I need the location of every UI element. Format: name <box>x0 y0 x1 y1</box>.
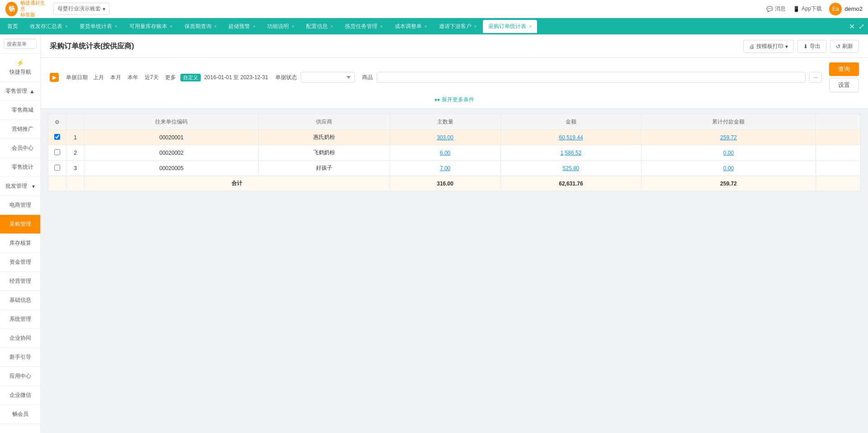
goods-filter-group: 商品 ··· <box>362 72 822 83</box>
settings-button[interactable]: 设置 <box>829 78 859 92</box>
row-checkbox[interactable] <box>48 161 66 176</box>
tab-baozhi[interactable]: 保质期查询 × <box>179 20 222 33</box>
row-select-checkbox[interactable] <box>54 134 60 140</box>
expand-more-button[interactable]: ▾▾ 展开更多条件 <box>434 96 474 104</box>
tab-peizhi[interactable]: 配置信息 × <box>301 20 339 33</box>
sidebar-item-retail-mall[interactable]: 零售商城 <box>0 101 40 120</box>
print-button[interactable]: 🖨 按模板打印 ▾ <box>743 40 794 53</box>
amount-link[interactable]: 525.80 <box>563 165 580 171</box>
sidebar-item-retail-mgmt[interactable]: 零售管理 ▲ <box>0 82 40 101</box>
sidebar-item-inventory[interactable]: 库存核算 <box>0 234 40 253</box>
sidebar-item-collab[interactable]: 企业协同 <box>0 329 40 348</box>
table-row[interactable]: 1 00020001 惠氏奶粉 303.00 60,519.44 259.72 <box>48 130 861 145</box>
close-icon[interactable]: × <box>115 24 118 29</box>
refresh-button[interactable]: ↺ 刷新 <box>830 40 859 53</box>
tab-chengben[interactable]: 成本调整单 × <box>389 20 433 33</box>
goods-ellipsis-button[interactable]: ··· <box>809 72 822 83</box>
close-icon[interactable]: × <box>425 24 427 29</box>
sidebar-item-ecom[interactable]: 电商管理 <box>0 196 40 215</box>
tab-jianhuo[interactable]: 拣货任务管理 × <box>340 20 388 33</box>
footer-label: 合计 <box>85 176 390 191</box>
message-button[interactable]: 💬 消息 <box>766 5 786 13</box>
sidebar-item-member[interactable]: 会员中心 <box>0 139 40 158</box>
query-button[interactable]: 查询 <box>829 62 859 76</box>
data-table: ⚙ 往来单位编码 供应商 主数量 金额 累计付款金额 <box>48 114 861 191</box>
table-area: ⚙ 往来单位编码 供应商 主数量 金额 累计付款金额 <box>41 109 868 433</box>
sidebar-item-appstore[interactable]: 应用中心 <box>0 367 40 386</box>
nav-tabs-actions: ✕ ⤢ <box>849 22 866 31</box>
user-area[interactable]: Ea demo2 <box>829 3 863 15</box>
tab-shoufacun[interactable]: 收发存汇总表 × <box>24 20 73 33</box>
sidebar-item-wechat-work[interactable]: 企业微信 <box>0 386 40 405</box>
close-icon[interactable]: × <box>170 24 173 29</box>
close-icon[interactable]: × <box>214 24 217 29</box>
sidebar-item-quicknav[interactable]: ⚡ 快捷导航 <box>0 54 40 82</box>
more-shortcut[interactable]: 更多 <box>163 73 178 82</box>
footer-qty: 316.00 <box>390 176 500 191</box>
close-icon[interactable]: × <box>330 24 333 29</box>
maximize-icon[interactable]: ⤢ <box>859 22 864 31</box>
close-window-icon[interactable]: ✕ <box>849 22 855 31</box>
paid-link[interactable]: 0.00 <box>723 150 734 156</box>
qty-link[interactable]: 6.00 <box>440 150 450 156</box>
row-paid: 0.00 <box>642 161 816 176</box>
table-header-row: ⚙ 往来单位编码 供应商 主数量 金额 累计付款金额 <box>48 114 861 130</box>
close-icon[interactable]: × <box>529 24 532 29</box>
table-row[interactable]: 2 00020002 飞鹤奶粉 6.00 1,586.52 0.00 <box>48 145 861 161</box>
row-select-checkbox[interactable] <box>54 165 60 171</box>
page-title: 采购订单统计表(按供应商) <box>50 42 134 51</box>
tab-gongneng[interactable]: 功能说明 × <box>262 20 300 33</box>
tab-chaochu[interactable]: 超储预警 × <box>223 20 261 33</box>
app-download-button[interactable]: 📱 App下载 <box>793 5 822 13</box>
qty-link[interactable]: 303.00 <box>437 134 453 141</box>
amount-link[interactable]: 1,586.52 <box>561 150 582 156</box>
prev-month-shortcut[interactable]: 上月 <box>91 73 106 82</box>
this-year-shortcut[interactable]: 本年 <box>126 73 140 82</box>
7days-shortcut[interactable]: 近7天 <box>143 73 160 82</box>
close-icon[interactable]: × <box>253 24 255 29</box>
tab-yaoqing[interactable]: 邀请下游客户 × <box>434 20 482 33</box>
close-icon[interactable]: × <box>474 24 477 29</box>
close-icon[interactable]: × <box>292 24 294 29</box>
filter-row-main: ▶ 单据日期 上月 本月 本年 近7天 更多 自定义 2016-01-01 至 <box>50 62 859 92</box>
sidebar-item-system[interactable]: 系统管理 <box>0 310 40 329</box>
row-select-checkbox[interactable] <box>54 149 60 155</box>
sidebar-item-wholesale[interactable]: 批发管理 ▾ <box>0 177 40 196</box>
sidebar-item-retail-stats[interactable]: 零售统计 <box>0 158 40 177</box>
sidebar-item-finance[interactable]: 资金管理 <box>0 253 40 272</box>
this-month-shortcut[interactable]: 本月 <box>108 73 123 82</box>
paid-link[interactable]: 259.72 <box>720 134 737 141</box>
export-button[interactable]: ⬇ 导出 <box>797 40 826 53</box>
paid-link[interactable]: 0.00 <box>723 165 734 171</box>
sidebar-item-purchase[interactable]: 采购管理 <box>0 215 40 234</box>
amount-link[interactable]: 60,519.44 <box>559 134 583 141</box>
status-select[interactable] <box>301 72 355 83</box>
sidebar-item-operations[interactable]: 经营管理 <box>0 272 40 291</box>
row-extra <box>816 145 860 161</box>
close-icon[interactable]: × <box>380 24 383 29</box>
table-row[interactable]: 3 00020005 好孩子 7.00 525.80 0.00 <box>48 161 861 176</box>
sidebar-item-basic-info[interactable]: 基础信息 <box>0 291 40 310</box>
close-icon[interactable]: × <box>65 24 68 29</box>
expand-more-icon: ▾▾ <box>434 97 440 103</box>
column-settings-icon[interactable]: ⚙ <box>55 119 60 125</box>
sidebar-item-member-vip[interactable]: 畅会员 <box>0 405 40 424</box>
goods-input[interactable] <box>377 72 806 83</box>
sidebar-item-newguide[interactable]: 新手引导 <box>0 348 40 367</box>
tab-home[interactable]: 首页 <box>2 20 24 33</box>
row-unit-code: 00020001 <box>85 130 259 145</box>
search-input[interactable] <box>4 39 37 49</box>
row-checkbox[interactable] <box>48 130 66 145</box>
sidebar-search-area[interactable] <box>0 34 40 54</box>
tab-yaohuo[interactable]: 要货单统计表 × <box>74 20 123 33</box>
chevron-icon: ▲ <box>29 88 35 95</box>
row-unit-code: 00020005 <box>85 161 259 176</box>
tab-caigou-active[interactable]: 采购订单统计表 × <box>483 20 537 33</box>
row-checkbox[interactable] <box>48 145 66 161</box>
qty-link[interactable]: 7.00 <box>440 165 450 171</box>
date-filter-group: 单据日期 上月 本月 本年 近7天 更多 自定义 2016-01-01 至 20… <box>66 73 268 82</box>
tab-kuyongliang[interactable]: 可用量库存账本 × <box>124 20 178 33</box>
workspace-selector[interactable]: 母婴行业演示账套 ▾ <box>53 3 109 15</box>
filter-expand-button[interactable]: ▶ <box>50 73 59 82</box>
sidebar-item-marketing[interactable]: 营销推广 <box>0 120 40 139</box>
